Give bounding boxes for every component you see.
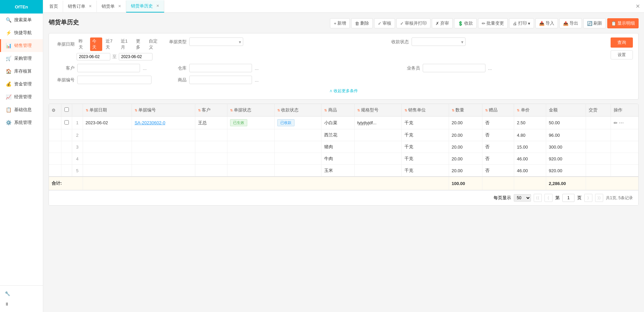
next-page-button[interactable]: ⟩: [584, 194, 592, 202]
th-doc-no-label: 单据编号: [138, 107, 156, 112]
query-button[interactable]: 查询: [611, 37, 633, 48]
select-all-checkbox[interactable]: [64, 107, 69, 112]
sidebar-pause-icon[interactable]: ⏸: [0, 299, 43, 309]
date-shortcut-yesterday[interactable]: 昨天: [77, 37, 88, 51]
sidebar-item-quick-nav[interactable]: ⚡ 快捷导航: [0, 26, 43, 39]
batch-change-button[interactable]: ✏ 批量变更: [478, 18, 508, 28]
tab-sales-goods[interactable]: 销货单 ✕: [97, 1, 126, 12]
unit-price-sort-icon: ⇅: [517, 108, 520, 112]
edit-icon[interactable]: ✏: [614, 120, 618, 126]
prev-page-button[interactable]: ⟨: [544, 194, 553, 202]
tab-home[interactable]: 首页: [45, 1, 63, 12]
sidebar-settings-icon[interactable]: 🔧: [0, 288, 43, 299]
row-checkbox-cell[interactable]: [61, 129, 72, 141]
tab-sales-goods-close[interactable]: ✕: [118, 4, 121, 8]
tab-sales-order[interactable]: 销售订单 ✕: [63, 1, 97, 12]
th-customer[interactable]: ⇅ 客户: [195, 104, 227, 116]
date-shortcut-1month[interactable]: 近1月: [119, 37, 133, 51]
show-detail-icon: 📋: [611, 21, 616, 26]
sidebar-item-label: 搜索菜单: [14, 17, 32, 23]
print-button[interactable]: 🖨 打印 ▾: [509, 18, 534, 28]
tab-sales-history[interactable]: 销货单历史 ✕: [126, 0, 164, 12]
customer-ellipsis[interactable]: ...: [143, 66, 147, 71]
pause-icon: ⏸: [5, 302, 9, 307]
warehouse-ellipsis[interactable]: ...: [255, 66, 259, 71]
export-button[interactable]: 📤 导出: [559, 18, 582, 28]
more-icon[interactable]: ⋯: [619, 120, 624, 126]
sales-person-input[interactable]: [423, 64, 485, 72]
last-page-button[interactable]: ⟩⟩: [595, 194, 603, 202]
customer-input[interactable]: [77, 64, 140, 72]
transaction-cell: [586, 165, 611, 177]
sidebar-item-search-menu[interactable]: 🔍 搜索菜单: [0, 14, 43, 26]
th-spec[interactable]: ⇅ 规格型号: [354, 104, 401, 116]
row-checkbox-cell[interactable]: [61, 116, 72, 129]
th-qty[interactable]: ⇅ 数量: [449, 104, 482, 116]
tab-sales-order-close[interactable]: ✕: [89, 4, 92, 8]
sidebar-item-sales-mgmt[interactable]: 📊 销售管理: [0, 39, 43, 52]
add-button[interactable]: + 新增: [330, 18, 350, 28]
audit-print-button[interactable]: ✓ 审核并打印: [396, 18, 430, 28]
sidebar-item-basic-info[interactable]: 📋 基础信息: [0, 103, 43, 116]
amount-cell: 50.00: [546, 116, 586, 129]
th-gear[interactable]: ⚙: [49, 104, 61, 116]
import-button[interactable]: 📥 导入: [535, 18, 558, 28]
date-from-input[interactable]: [77, 53, 110, 60]
row-checkbox-cell[interactable]: [61, 141, 72, 153]
page-number-input[interactable]: [562, 194, 575, 202]
logo-text: OfTEn: [15, 4, 28, 9]
audit-button[interactable]: ✓ 审核: [374, 18, 395, 28]
date-shortcut-7days[interactable]: 近7天: [104, 37, 117, 51]
gear-icon: 🔧: [5, 291, 10, 296]
goods-input[interactable]: [189, 76, 252, 84]
settings-button[interactable]: 设置: [611, 50, 633, 59]
show-detail-button[interactable]: 📋 显示明细: [607, 18, 639, 28]
th-gift[interactable]: ⇅ 赠品: [482, 104, 514, 116]
th-doc-no[interactable]: ⇅ 单据编号: [132, 104, 195, 116]
date-shortcut-custom[interactable]: 自定义: [147, 37, 162, 51]
pagination: 每页显示 50 10 20 100 ⟨⟨ ⟨ 第 页 ⟩ ⟩⟩ 共1页, 5条记…: [49, 190, 638, 205]
sidebar-item-operations[interactable]: 📈 经营管理: [0, 90, 43, 103]
table-settings-icon[interactable]: ⚙: [52, 108, 56, 113]
th-sales-unit[interactable]: ⇅ 销售单位: [401, 104, 449, 116]
th-doc-date[interactable]: ⇅ 单据日期: [83, 104, 132, 116]
refresh-button[interactable]: 🔄 刷新: [583, 18, 606, 28]
warehouse-input[interactable]: [189, 64, 252, 72]
th-doc-status[interactable]: ⇅ 单据状态: [227, 104, 274, 116]
collect-button[interactable]: 💲 收款: [454, 18, 477, 28]
tabs-close-all-button[interactable]: ✕: [633, 2, 643, 11]
date-to-input[interactable]: [119, 53, 152, 60]
sales-person-ellipsis[interactable]: ...: [488, 66, 492, 71]
sidebar-item-sys-mgmt[interactable]: ⚙️ 系统管理: [0, 116, 43, 129]
action-buttons: ✏ ⋯: [614, 120, 636, 126]
sidebar-item-finance[interactable]: 💰 资金管理: [0, 78, 43, 90]
date-shortcut-today[interactable]: 今天: [90, 37, 102, 51]
sales-mgmt-icon: 📊: [6, 43, 11, 48]
goods-ellipsis[interactable]: ...: [255, 77, 259, 83]
doc-no-input[interactable]: [77, 76, 151, 84]
th-unit-price[interactable]: ⇅ 单价: [514, 104, 546, 116]
th-checkbox[interactable]: [61, 104, 72, 116]
delete-button[interactable]: 🗑 删除: [351, 18, 373, 28]
sidebar-item-purchase-mgmt[interactable]: 🛒 采购管理: [0, 52, 43, 65]
doc-status-badge: 已生效: [230, 119, 247, 126]
first-page-button[interactable]: ⟨⟨: [534, 194, 542, 202]
payment-status-select[interactable]: [412, 37, 466, 46]
customer-cell: [195, 165, 227, 177]
sidebar-item-inventory[interactable]: 🏠 库存核算: [0, 65, 43, 78]
doc-no-link[interactable]: SA-20230602-0: [135, 120, 165, 125]
row-checkbox-cell[interactable]: [61, 153, 72, 165]
th-payment-status[interactable]: ⇅ 收款状态: [274, 104, 321, 116]
abandon-button[interactable]: ✗ 弃审: [432, 18, 453, 28]
row-checkbox-cell[interactable]: [61, 165, 72, 177]
tab-sales-history-close[interactable]: ✕: [156, 4, 159, 8]
doc-no-cell[interactable]: SA-20230602-0: [132, 116, 195, 129]
import-icon: 📥: [539, 21, 544, 26]
collapse-button[interactable]: ∧ 收起更多条件: [328, 87, 359, 95]
th-goods[interactable]: ⇅ 商品: [321, 104, 355, 116]
row-1-checkbox[interactable]: [64, 120, 69, 125]
page-size-select[interactable]: 50 10 20 100: [514, 194, 531, 202]
doc-type-select[interactable]: [189, 37, 243, 46]
date-shortcut-more[interactable]: 更多: [135, 37, 145, 51]
payment-status-sort-icon: ⇅: [277, 108, 280, 112]
